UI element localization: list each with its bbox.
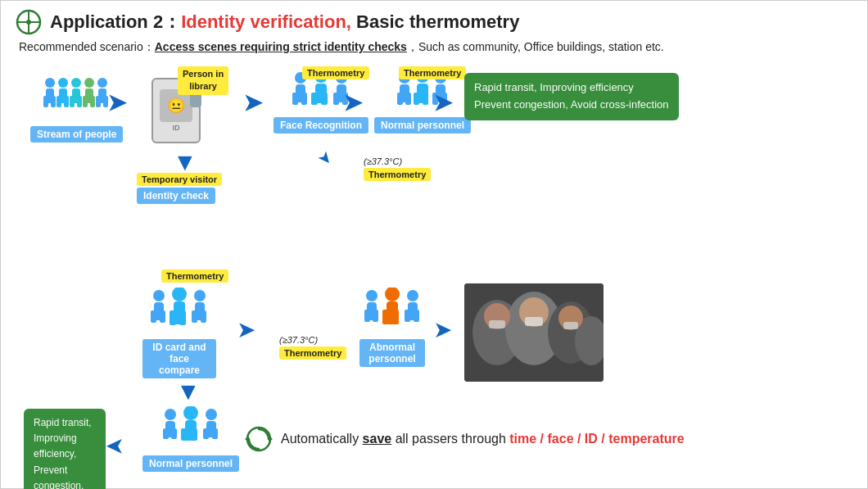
normal-bottom-svg bbox=[162, 406, 219, 449]
bottom-note-text: Automatically save all passers through t… bbox=[281, 432, 685, 446]
arrow1: ➤ bbox=[107, 89, 126, 116]
id-card-group: ID card andface compare bbox=[142, 288, 216, 378]
deg-thermo-mid: (≥37.3°C) Thermometry bbox=[279, 335, 346, 360]
step8-label: Normal personnel bbox=[142, 455, 239, 472]
svg-point-54 bbox=[172, 288, 187, 301]
svg-rect-52 bbox=[151, 310, 156, 323]
id-card-svg bbox=[149, 288, 210, 333]
svg-rect-80 bbox=[489, 320, 505, 328]
arrow-diag-1: ➤ bbox=[314, 147, 337, 170]
badge-thermo2: Thermometry bbox=[399, 66, 466, 79]
page-title: Application 2：Identity verification, Bas… bbox=[50, 10, 519, 34]
step5-label: ID card andface compare bbox=[142, 339, 216, 378]
svg-point-62 bbox=[366, 290, 377, 301]
svg-point-97 bbox=[247, 428, 270, 451]
arrow-down-2: ▼ bbox=[176, 378, 201, 405]
svg-rect-29 bbox=[301, 93, 307, 105]
svg-point-20 bbox=[97, 78, 107, 88]
reinspect-photo bbox=[464, 283, 604, 382]
svg-rect-68 bbox=[382, 310, 389, 324]
svg-rect-84 bbox=[563, 322, 578, 329]
badge-thermo1: Thermometry bbox=[302, 66, 369, 79]
svg-point-3 bbox=[26, 20, 31, 25]
svg-rect-22 bbox=[96, 96, 101, 107]
svg-rect-56 bbox=[170, 310, 176, 325]
normal-personnel-top: Thermometry Normal personnel bbox=[374, 70, 471, 134]
svg-rect-33 bbox=[321, 93, 328, 105]
arrow3: ➤ bbox=[343, 89, 362, 116]
diagram: Stream of people ➤ Person inlibrary 😐 ID… bbox=[16, 66, 852, 460]
svg-point-12 bbox=[71, 78, 81, 88]
arrow-right-3: ➤ bbox=[433, 316, 452, 343]
svg-rect-60 bbox=[192, 310, 197, 323]
subtitle-row: Recommended scenario：Access scenes requi… bbox=[16, 40, 852, 55]
abnormal-group: Abnormalpersonnel bbox=[359, 288, 425, 367]
svg-rect-19 bbox=[90, 96, 95, 107]
svg-point-89 bbox=[183, 406, 198, 420]
svg-point-85 bbox=[165, 409, 176, 420]
badge-thermo4-label: Thermometry bbox=[279, 346, 346, 360]
manual-reinspect-group: Manual re-inspection bbox=[464, 283, 604, 303]
svg-point-93 bbox=[206, 409, 217, 420]
deg1-text: (≥37.3°C) bbox=[364, 156, 431, 166]
svg-rect-64 bbox=[364, 310, 370, 322]
svg-rect-91 bbox=[181, 428, 188, 441]
svg-rect-28 bbox=[292, 93, 298, 105]
subtitle-bold: Access scenes requiring strict identity … bbox=[155, 40, 407, 53]
svg-rect-15 bbox=[77, 96, 82, 107]
svg-rect-6 bbox=[43, 96, 48, 107]
step1-label: Stream of people bbox=[30, 126, 123, 143]
svg-rect-69 bbox=[392, 310, 399, 324]
app-label: Application 2： bbox=[50, 11, 181, 32]
svg-rect-18 bbox=[83, 96, 88, 107]
svg-point-4 bbox=[45, 78, 55, 88]
svg-point-8 bbox=[58, 78, 68, 88]
svg-point-16 bbox=[84, 78, 94, 88]
arrow4: ➤ bbox=[433, 89, 452, 116]
step4-label: Normal personnel bbox=[374, 117, 471, 134]
svg-rect-32 bbox=[311, 93, 318, 105]
green-box-bottom: Rapid transit,Improving efficiency,Preve… bbox=[24, 409, 106, 489]
abnormal-svg bbox=[364, 288, 421, 333]
arrow-right-2: ➤ bbox=[237, 316, 255, 343]
deg-thermo-top: (≥37.3°C) Thermometry bbox=[364, 156, 431, 181]
svg-rect-82 bbox=[525, 317, 543, 326]
badge-library: Person inlibrary bbox=[178, 66, 228, 95]
svg-rect-10 bbox=[57, 96, 61, 107]
svg-rect-57 bbox=[179, 310, 186, 325]
green-box-top: Rapid transit, Improving efficiencyPreve… bbox=[464, 73, 679, 120]
main-container: Application 2：Identity verification, Bas… bbox=[0, 0, 868, 489]
svg-rect-36 bbox=[333, 93, 339, 105]
svg-point-66 bbox=[385, 288, 400, 301]
svg-point-50 bbox=[153, 290, 165, 301]
step2-label: Identity check bbox=[137, 188, 215, 204]
subtitle-prefix: Recommended scenario： bbox=[19, 40, 155, 53]
compass-icon bbox=[16, 9, 42, 35]
svg-point-70 bbox=[407, 290, 418, 301]
arrow2: ➤ bbox=[243, 89, 262, 116]
svg-rect-61 bbox=[201, 310, 206, 323]
svg-rect-95 bbox=[203, 428, 209, 439]
svg-rect-96 bbox=[212, 428, 218, 439]
badge-thermo-diag: Thermometry bbox=[364, 168, 431, 181]
svg-rect-41 bbox=[405, 93, 411, 105]
cycle-icon bbox=[245, 425, 273, 453]
badge-thermo3-label: Thermometry bbox=[161, 269, 228, 283]
step3-label: Face Recognition bbox=[274, 117, 368, 134]
title-rest: Basic thermometry bbox=[351, 11, 519, 32]
normal-personnel-bottom: Normal personnel bbox=[142, 406, 239, 472]
arrow-down-1: ▼ bbox=[173, 148, 197, 176]
svg-rect-44 bbox=[414, 93, 419, 105]
svg-rect-65 bbox=[373, 310, 378, 322]
subtitle-suffix: ，Such as community, Office buildings, st… bbox=[407, 40, 664, 53]
svg-rect-92 bbox=[191, 428, 197, 441]
svg-rect-72 bbox=[405, 310, 410, 322]
svg-rect-11 bbox=[64, 96, 69, 107]
svg-rect-45 bbox=[423, 93, 428, 105]
stream-people-svg bbox=[40, 75, 114, 120]
svg-rect-88 bbox=[171, 428, 177, 439]
title-highlight: Identity verification, bbox=[181, 11, 351, 32]
svg-rect-40 bbox=[397, 93, 403, 105]
arrow-left: ➤ bbox=[106, 433, 124, 460]
svg-rect-14 bbox=[70, 96, 75, 107]
